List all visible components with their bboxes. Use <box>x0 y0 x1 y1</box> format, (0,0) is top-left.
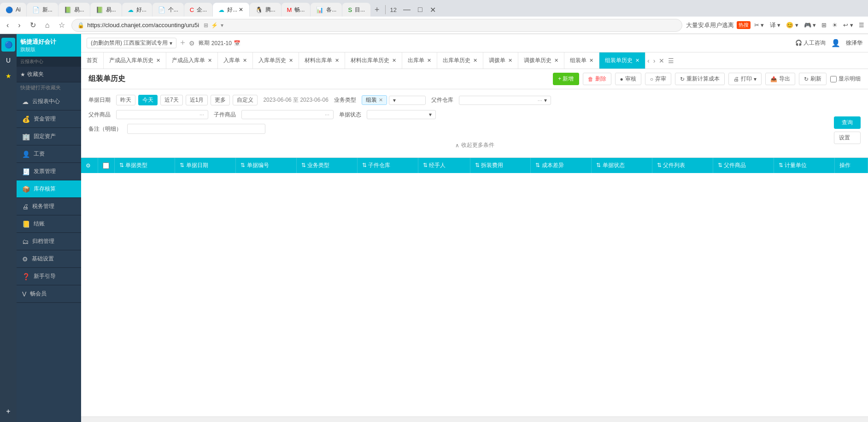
brightness-icon[interactable]: ☀ <box>832 22 838 29</box>
nav-item-wages[interactable]: 👤 工资 <box>17 145 81 163</box>
sidebar-icon-1[interactable]: 🔵 <box>1 38 15 52</box>
date-yesterday[interactable]: 昨天 <box>116 95 135 105</box>
tab-ge2[interactable]: 📊 各... <box>311 3 342 17</box>
remove-business-type[interactable]: ✕ <box>379 97 383 103</box>
set-button[interactable]: 设置 <box>834 132 861 144</box>
tab-hao2[interactable]: ☁ 好... ✕ <box>213 3 249 17</box>
content-tab-chanpin-in-history[interactable]: 产成品入库单历史 ✕ <box>104 52 166 69</box>
notes-input[interactable] <box>127 124 265 134</box>
nav-item-assets[interactable]: 🏢 固定资产 <box>17 128 81 145</box>
home-button[interactable]: ⌂ <box>42 20 53 30</box>
parent-warehouse-select[interactable]: ··· ▾ <box>459 96 551 105</box>
calendar-icon[interactable]: 📅 <box>234 40 240 46</box>
close-tab-assembly[interactable]: ✕ <box>589 58 593 64</box>
nav-item-settle[interactable]: 📒 结账 <box>17 215 81 233</box>
tab-count[interactable]: 12 <box>387 6 399 13</box>
content-tab-transfer-history[interactable]: 调拨单历史 ✕ <box>518 52 564 69</box>
close-tab-outbound-history[interactable]: ✕ <box>473 58 477 64</box>
nav-item-settings[interactable]: ⚙ 基础设置 <box>17 250 81 268</box>
delete-button[interactable]: 🗑 删除 <box>583 73 611 85</box>
bookmark-button[interactable]: ☆ <box>56 20 68 30</box>
close-tab-chanpin-in[interactable]: ✕ <box>208 58 212 64</box>
close-tab-inbound-history[interactable]: ✕ <box>289 58 293 64</box>
tab-new1[interactable]: 📄 新... <box>27 3 58 17</box>
tab-nav-right[interactable]: › <box>651 57 657 64</box>
grid-icon[interactable]: ⊞ <box>821 22 827 29</box>
game-icon[interactable]: 🎮 ▾ <box>804 22 816 29</box>
content-tab-inbound-history[interactable]: 入库单历史 ✕ <box>253 52 299 69</box>
approve-button[interactable]: ● 审核 <box>615 73 641 85</box>
tab-chang[interactable]: M 畅... <box>282 3 311 17</box>
close-tab-outbound[interactable]: ✕ <box>427 58 431 64</box>
company-selector[interactable]: (勿删勿禁用) 江西服宝测试专用 ▾ <box>87 38 176 48</box>
nav-item-guide[interactable]: ❓ 新手引导 <box>17 268 81 285</box>
refresh-button[interactable]: ↻ 刷新 <box>799 73 827 85</box>
tab-hao1[interactable]: ☁ 好... <box>122 3 152 17</box>
tab-nav-close[interactable]: ✕ <box>657 57 666 64</box>
close-tab-material-out[interactable]: ✕ <box>335 58 339 64</box>
abandon-button[interactable]: ○ 弃审 <box>645 73 671 85</box>
nav-item-capital[interactable]: 💰 资金管理 <box>17 110 81 128</box>
nav-item-cloud-reports[interactable]: ☁ 云报表中心 <box>17 93 81 110</box>
minimize-button[interactable]: — <box>399 6 414 14</box>
content-tab-assembly[interactable]: 组装单 ✕ <box>564 52 599 69</box>
reload-button[interactable]: ↻ <box>27 20 39 30</box>
nav-item-invoice[interactable]: 🧾 发票管理 <box>17 163 81 180</box>
scissors-icon[interactable]: ✂ ▾ <box>754 22 764 29</box>
close-button[interactable]: ✕ <box>426 6 440 14</box>
sidebar-icon-2[interactable]: U <box>1 53 15 67</box>
tab-ai[interactable]: 🔵 Ai <box>0 3 26 17</box>
show-detail-checkbox[interactable] <box>830 76 837 82</box>
content-tab-outbound-history[interactable]: 出库单历史 ✕ <box>437 52 483 69</box>
maximize-button[interactable]: □ <box>414 6 426 14</box>
nav-item-member[interactable]: V 畅会员 <box>17 285 81 303</box>
tab-yi1[interactable]: 📗 易... <box>59 3 90 17</box>
print-button[interactable]: 🖨 打印 ▾ <box>728 73 762 85</box>
business-type-select[interactable]: ▾ <box>389 96 426 105</box>
menu-icon[interactable]: ☰ <box>859 22 864 29</box>
back-button[interactable]: ‹ <box>4 20 12 30</box>
close-tab-chanpin-in-history[interactable]: ✕ <box>156 58 160 64</box>
content-tab-assembly-history[interactable]: 组装单历史 ✕ <box>599 52 645 69</box>
nav-bookmark[interactable]: ★ 收藏夹 <box>17 67 81 82</box>
emoji-icon[interactable]: 😊 ▾ <box>786 22 798 29</box>
tab-nav-menu[interactable]: ☰ <box>666 57 676 64</box>
user-avatar[interactable]: 👤 <box>831 39 840 47</box>
content-tab-outbound[interactable]: 出库单 ✕ <box>402 52 437 69</box>
new-button[interactable]: + 新增 <box>553 73 579 85</box>
content-tab-chanpin-in[interactable]: 产成品入库单 ✕ <box>166 52 218 69</box>
nav-item-tax[interactable]: 🖨 税务管理 <box>17 198 81 215</box>
date-1month[interactable]: 近1月 <box>186 95 208 105</box>
content-tab-inbound[interactable]: 入库单 ✕ <box>218 52 253 69</box>
tab-yi2[interactable]: 📗 易... <box>90 3 122 17</box>
export-button[interactable]: 📤 导出 <box>765 73 795 85</box>
add-company-button[interactable]: + <box>180 38 185 48</box>
close-tab-transfer-history[interactable]: ✕ <box>554 58 558 64</box>
recalculate-button[interactable]: ↻ 重新计算成本 <box>675 73 725 85</box>
service-link[interactable]: 🎧 人工咨询 <box>795 39 826 47</box>
sidebar-icon-star[interactable]: ★ <box>1 69 15 83</box>
sidebar-icon-bottom[interactable]: + <box>1 405 15 418</box>
bill-status-select[interactable]: ▾ <box>367 110 436 119</box>
parent-goods-select[interactable]: ··· <box>116 110 208 119</box>
th-settings[interactable]: ⚙ <box>81 158 98 173</box>
collapse-button[interactable]: ∧ 收起更多条件 <box>88 139 861 152</box>
select-all-checkbox[interactable] <box>103 162 109 169</box>
settings-gear-icon[interactable]: ⚙ <box>189 40 195 47</box>
child-goods-select[interactable]: ··· <box>241 110 334 119</box>
new-tab-button[interactable]: + <box>371 5 383 15</box>
tab-ge1[interactable]: 📄 个... <box>152 3 184 17</box>
translate-icon[interactable]: 译 ▾ <box>770 21 781 29</box>
close-tab-inbound[interactable]: ✕ <box>243 58 247 64</box>
tab-nav-left[interactable]: ‹ <box>645 57 651 64</box>
close-tab-material-out-history[interactable]: ✕ <box>392 58 396 64</box>
content-tab-material-out[interactable]: 材料出库单 ✕ <box>299 52 345 69</box>
query-button[interactable]: 查询 <box>834 116 861 129</box>
url-box[interactable]: 🔒 https://cloud.chanjet.com/accounting/u… <box>71 19 682 32</box>
undo-icon[interactable]: ↩ ▾ <box>843 22 853 29</box>
tab-qi[interactable]: C 企... <box>184 3 212 17</box>
close-tab-assembly-history[interactable]: ✕ <box>635 58 639 64</box>
date-7days[interactable]: 近7天 <box>160 95 183 105</box>
nav-item-archive[interactable]: 🗂 归档管理 <box>17 233 81 250</box>
date-today[interactable]: 今天 <box>138 95 158 105</box>
